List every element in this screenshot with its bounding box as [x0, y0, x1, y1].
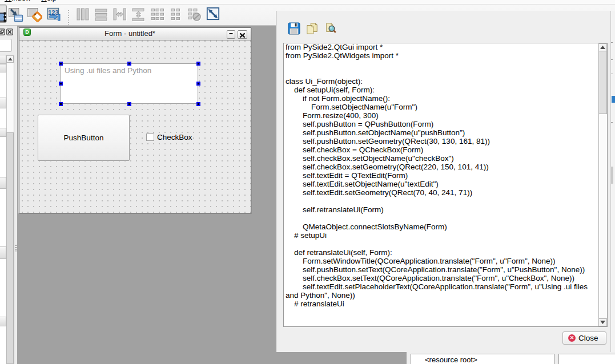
svg-text:123: 123	[48, 9, 58, 16]
